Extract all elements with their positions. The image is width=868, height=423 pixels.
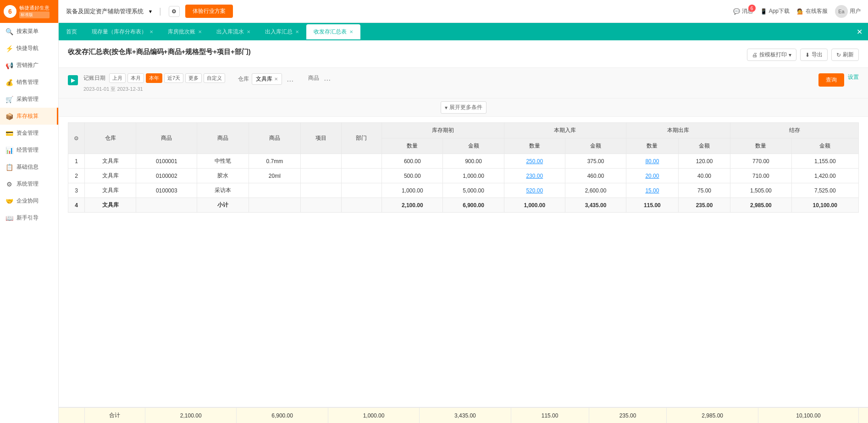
cell-init-qty: 600.00: [382, 154, 443, 169]
sidebar-item-10[interactable]: 🤝企业协同: [0, 192, 58, 209]
settings-icon[interactable]: ⚙: [169, 6, 180, 17]
goods-more[interactable]: ...: [322, 73, 332, 83]
th-init-qty: 数量: [382, 138, 443, 154]
message-action[interactable]: 💬 消息 6: [733, 7, 753, 15]
sidebar-label-1: 快捷导航: [17, 44, 39, 52]
cell-in-qty[interactable]: 250.00: [504, 154, 565, 169]
sidebar-item-1[interactable]: ⚡快捷导航: [0, 40, 58, 57]
export-button[interactable]: ⬇ 导出: [800, 49, 828, 61]
date-range: 2023-01-01 至 2023-12-31: [83, 86, 225, 93]
tab-label-3: 出入库流水: [216, 28, 244, 36]
demo-button[interactable]: 体验行业方案: [185, 5, 233, 18]
tab-label-4: 出入库汇总: [265, 28, 293, 36]
cell-out-qty[interactable]: 20.00: [626, 169, 679, 183]
tab-2[interactable]: 库房批次账✕: [160, 24, 209, 39]
date-btn-本年[interactable]: 本年: [146, 73, 162, 83]
sidebar-item-3[interactable]: 💰销售管理: [0, 74, 58, 91]
th-out-qty: 数量: [626, 138, 679, 154]
sidebar-item-0[interactable]: 🔍搜索菜单: [0, 23, 58, 40]
sidebar-label-10: 企业协同: [17, 197, 39, 205]
date-btn-近7天[interactable]: 近7天: [164, 73, 183, 83]
date-filter-row: 记账日期 上月本月本年近7天更多自定义: [83, 73, 225, 83]
cell-project: [301, 154, 342, 169]
tab-close-1[interactable]: ✕: [149, 29, 153, 34]
sidebar-icon-6: 💳: [6, 130, 13, 137]
footer-bal-amt: 10,100.00: [758, 408, 858, 423]
expand-button[interactable]: ▾ 展开更多条件: [441, 101, 487, 114]
sidebar-item-2[interactable]: 📢营销推广: [0, 57, 58, 74]
app-download-action[interactable]: 📱 App下载: [760, 7, 790, 15]
cell-bal-qty: 2,985.00: [730, 198, 791, 213]
tabbar-close[interactable]: ✕: [851, 24, 868, 40]
sidebar-label-4: 采购管理: [17, 95, 39, 103]
date-btn-更多[interactable]: 更多: [185, 73, 202, 83]
filter-section: 记账日期 上月本月本年近7天更多自定义 2023-01-01 至 2023-12…: [83, 73, 813, 93]
sidebar-item-9[interactable]: ⚙系统管理: [0, 176, 58, 192]
th-warehouse: 仓库: [85, 123, 136, 154]
sidebar-icon-7: 📊: [6, 147, 13, 154]
data-table: ⚙ 仓库 商品 商品 商品 项目 部门 库存期初 本期入库 本期出库 结存: [68, 122, 859, 213]
cell-out-qty[interactable]: 15.00: [626, 183, 679, 198]
table-row: 2文具库0100002胶水20ml500.001,000.00230.00460…: [68, 169, 859, 183]
filter-toggle[interactable]: ▶: [68, 75, 78, 85]
user-avatar[interactable]: Ea 用户: [835, 5, 861, 18]
date-btn-本月[interactable]: 本月: [127, 73, 144, 83]
footer-out-qty: 115.00: [511, 408, 589, 423]
filter-settings-link[interactable]: 设置: [848, 73, 859, 87]
query-button[interactable]: 查询: [818, 73, 844, 87]
sidebar-logo: 6 畅捷通好生意 标准版: [0, 0, 58, 23]
sidebar-label-3: 销售管理: [17, 78, 39, 86]
tab-1[interactable]: 现存量（库存分布表）✕: [84, 24, 160, 39]
cell-name: 采访本: [197, 183, 249, 198]
sidebar-item-6[interactable]: 💳资金管理: [0, 125, 58, 142]
sidebar-item-11[interactable]: 📖新手引导: [0, 209, 58, 226]
sidebar-icon-0: 🔍: [6, 28, 13, 35]
date-btn-上月[interactable]: 上月: [109, 73, 126, 83]
th-settings[interactable]: ⚙: [68, 123, 85, 154]
date-buttons: 上月本月本年近7天更多自定义: [109, 73, 225, 83]
page-header: 收发存汇总表(按仓库+商品编码+商品+规格型号+项目+部门) 🖨 按模板打印 ▾…: [59, 40, 868, 68]
sidebar: 6 畅捷通好生意 标准版 🔍搜索菜单⚡快捷导航📢营销推广💰销售管理🛒采购管理📦库…: [0, 0, 59, 423]
refresh-button[interactable]: ↻ 刷新: [831, 49, 859, 61]
sidebar-label-6: 资金管理: [17, 129, 39, 137]
warehouse-tag-close[interactable]: ✕: [274, 77, 278, 82]
print-button[interactable]: 🖨 按模板打印 ▾: [747, 49, 796, 61]
system-dropdown[interactable]: ▾: [149, 8, 152, 15]
cell-out-amt: 40.00: [678, 169, 730, 183]
cell-index: 4: [68, 198, 85, 213]
tab-close-5[interactable]: ✕: [349, 29, 353, 34]
sidebar-item-8[interactable]: 📋基础信息: [0, 159, 58, 176]
cell-code: [136, 198, 197, 213]
table-row: 4文具库小计2,100.006,900.001,000.003,435.0011…: [68, 198, 859, 213]
tab-3[interactable]: 出入库流水✕: [209, 24, 258, 39]
cell-out-qty[interactable]: 80.00: [626, 154, 679, 169]
footer-row: 合计 2,100.00 6,900.00 1,000.00 3,435.00 1…: [68, 408, 859, 423]
tab-0[interactable]: 首页: [59, 24, 84, 39]
tab-4[interactable]: 出入库汇总✕: [258, 24, 306, 39]
sidebar-item-4[interactable]: 🛒采购管理: [0, 91, 58, 108]
sidebar-icon-10: 🤝: [6, 198, 13, 205]
online-service-action[interactable]: 💁 在线客服: [797, 7, 828, 15]
cell-in-qty[interactable]: 520.00: [504, 183, 565, 198]
th-out-amt: 金额: [678, 138, 730, 154]
sidebar-item-5[interactable]: 📦库存核算: [0, 108, 58, 125]
cell-in-qty[interactable]: 230.00: [504, 169, 565, 183]
tab-close-2[interactable]: ✕: [198, 29, 202, 34]
cell-init-qty: 1,000.00: [382, 183, 443, 198]
footer-in-qty: 1,000.00: [328, 408, 419, 423]
warehouse-more[interactable]: ...: [285, 74, 295, 84]
tab-5[interactable]: 收发存汇总表✕: [306, 24, 360, 39]
sidebar-label-11: 新手引导: [17, 214, 39, 222]
tab-close-4[interactable]: ✕: [295, 29, 299, 34]
cell-warehouse: 文具库: [85, 183, 136, 198]
sidebar-label-8: 基础信息: [17, 163, 39, 171]
tab-close-3[interactable]: ✕: [247, 29, 250, 34]
cell-init-amt: 5,000.00: [443, 183, 504, 198]
table-row: 1文具库0100001中性笔0.7mm600.00900.00250.00375…: [68, 154, 859, 169]
date-btn-自定义[interactable]: 自定义: [204, 73, 225, 83]
cell-warehouse: 文具库: [85, 154, 136, 169]
sidebar-item-7[interactable]: 📊经营管理: [0, 142, 58, 159]
cell-project: [301, 169, 342, 183]
warehouse-tag[interactable]: 文具库 ✕: [252, 73, 282, 85]
sidebar-icon-8: 📋: [6, 164, 13, 171]
